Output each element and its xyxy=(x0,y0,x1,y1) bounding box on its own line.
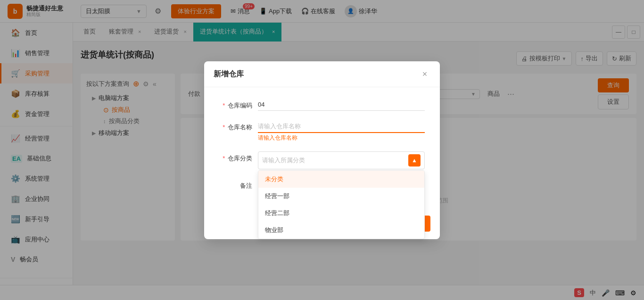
dialog-overlay: 新增仓库 × * 仓库编码 * 仓库名称 xyxy=(0,0,644,300)
code-control xyxy=(258,99,425,111)
name-input[interactable] xyxy=(258,120,425,133)
dialog-close-button[interactable]: × xyxy=(419,69,430,80)
category-toggle-btn[interactable]: ▲ xyxy=(408,154,421,167)
category-option-none[interactable]: 未分类 xyxy=(258,171,424,188)
code-field-row: * 仓库编码 xyxy=(219,99,425,111)
add-warehouse-dialog: 新增仓库 × * 仓库编码 * 仓库名称 xyxy=(204,61,440,239)
name-field-row: * 仓库名称 请输入仓库名称 xyxy=(219,120,425,142)
category-option-property[interactable]: 物业部 xyxy=(258,222,424,239)
name-control: 请输入仓库名称 xyxy=(258,120,425,142)
code-input[interactable] xyxy=(258,99,425,111)
dialog-body: * 仓库编码 * 仓库名称 请输入仓库名称 xyxy=(204,87,440,210)
dialog-header: 新增仓库 × xyxy=(204,61,440,87)
code-label: * 仓库编码 xyxy=(219,99,252,110)
category-option-dept1[interactable]: 经营一部 xyxy=(258,188,424,205)
category-input[interactable] xyxy=(262,157,408,164)
category-field-row: * 仓库分类 ▲ 未分类 经营一部 经营二部 物业部 xyxy=(219,151,425,169)
name-label: * 仓库名称 xyxy=(219,120,252,132)
category-dropdown: 未分类 经营一部 经营二部 物业部 xyxy=(258,170,425,239)
category-label: * 仓库分类 xyxy=(219,151,252,163)
note-label: 备注 xyxy=(219,179,252,190)
category-option-dept2[interactable]: 经营二部 xyxy=(258,205,424,222)
category-control: ▲ 未分类 经营一部 经营二部 物业部 xyxy=(258,151,425,169)
name-error-text: 请输入仓库名称 xyxy=(258,134,425,142)
category-input-wrap: ▲ xyxy=(258,151,425,169)
dialog-title: 新增仓库 xyxy=(214,69,244,79)
